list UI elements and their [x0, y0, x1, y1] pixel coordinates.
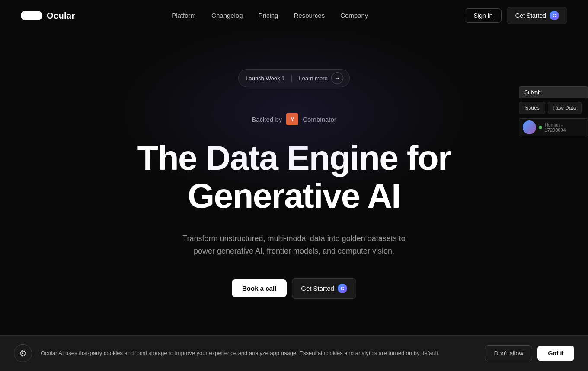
status-dot-icon — [539, 126, 542, 129]
backed-by: Backed by Y Combinator — [252, 113, 336, 125]
nav-actions: Sign In Get Started G — [465, 7, 567, 24]
hero-subtitle: Transform unstructured, multi-modal data… — [173, 232, 415, 257]
right-panel: Submit Issues Raw Data Human - 17290004 — [519, 86, 588, 136]
cookie-actions: Don't allow Got it — [485, 345, 574, 361]
badge-divider — [291, 75, 292, 82]
user-avatar — [523, 120, 536, 134]
hero-section: Launch Week 1 Learn more → Backed by Y C… — [0, 0, 588, 325]
learn-more-link[interactable]: Learn more → — [299, 72, 343, 84]
learn-more-text: Learn more — [299, 75, 327, 82]
nav-link-pricing[interactable]: Pricing — [259, 12, 278, 19]
combinator-label: Combinator — [303, 116, 336, 123]
nav-link-platform[interactable]: Platform — [172, 12, 196, 19]
cookie-message: Ocular AI uses first-party cookies and l… — [41, 349, 476, 358]
sign-in-button[interactable]: Sign In — [465, 8, 502, 23]
get-started-nav-avatar: G — [550, 11, 559, 20]
yc-badge: Y — [286, 113, 298, 125]
get-started-hero-label: Get Started — [301, 285, 334, 292]
backed-by-prefix: Backed by — [252, 116, 282, 123]
logo-link[interactable]: Ocular — [21, 11, 75, 21]
raw-data-button[interactable]: Raw Data — [548, 102, 582, 114]
cookie-icon-symbol: ⚙ — [19, 348, 27, 358]
hero-title: The Data Engine for Generative AI — [137, 139, 451, 215]
navbar: Ocular Platform Changelog Pricing Resour… — [0, 0, 588, 31]
hero-cta: Book a call Get Started G — [232, 278, 356, 299]
get-started-nav-button[interactable]: Get Started G — [507, 7, 567, 24]
hero-title-line1: The Data Engine for — [137, 139, 451, 177]
submit-button[interactable]: Submit — [519, 86, 588, 98]
get-started-hero-avatar: G — [338, 284, 347, 293]
nav-link-resources[interactable]: Resources — [294, 12, 325, 19]
get-started-nav-label: Get Started — [515, 12, 546, 19]
logo-text: Ocular — [47, 11, 75, 21]
logo-pill-icon — [21, 11, 42, 20]
hero-title-line2: Generative AI — [188, 177, 400, 215]
book-call-button[interactable]: Book a call — [232, 279, 287, 297]
nav-link-company[interactable]: Company — [340, 12, 368, 19]
human-label: Human - 17290004 — [545, 122, 584, 133]
get-started-hero-button[interactable]: Get Started G — [292, 278, 356, 299]
dont-allow-button[interactable]: Don't allow — [485, 345, 532, 361]
issues-button[interactable]: Issues — [519, 102, 545, 114]
nav-link-changelog[interactable]: Changelog — [211, 12, 243, 19]
launch-badge: Launch Week 1 Learn more → — [238, 69, 350, 87]
launch-badge-text: Launch Week 1 — [246, 75, 284, 82]
cookie-icon: ⚙ — [14, 344, 32, 362]
nav-links: Platform Changelog Pricing Resources Com… — [172, 12, 368, 19]
cookie-banner: ⚙ Ocular AI uses first-party cookies and… — [0, 335, 588, 371]
arrow-circle-icon: → — [331, 72, 343, 84]
got-it-button[interactable]: Got it — [537, 346, 574, 361]
